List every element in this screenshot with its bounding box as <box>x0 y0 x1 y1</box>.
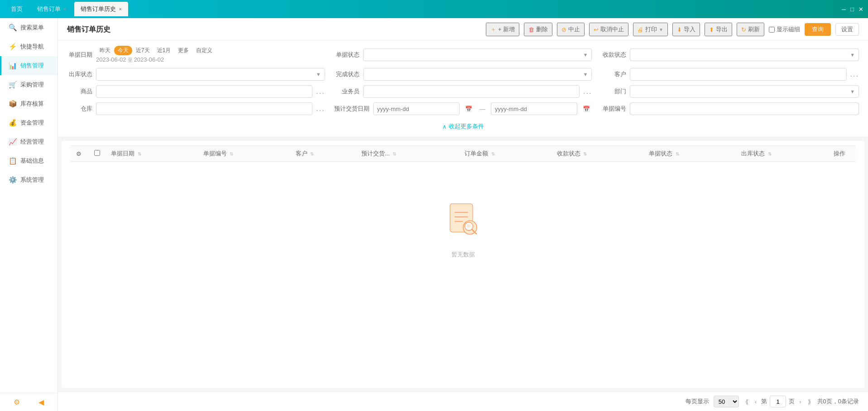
complete-status-select[interactable]: ▼ <box>363 68 592 81</box>
expected-date-end-input[interactable] <box>491 102 577 115</box>
sidebar-item-system[interactable]: ⚙️系统管理 <box>0 170 58 189</box>
delivery-status-select[interactable]: ▼ <box>96 68 325 81</box>
date-option-today[interactable]: 今天 <box>114 46 132 55</box>
tab-首页[interactable]: 首页 <box>5 2 29 16</box>
page-info: 共0页，0条记录 <box>817 397 859 406</box>
settings-icon[interactable]: ⚙ <box>76 150 82 157</box>
prev-page-btn[interactable]: ‹ <box>753 397 758 406</box>
bill-status-select[interactable]: ▼ <box>363 48 592 61</box>
product-dots[interactable]: ... <box>316 87 325 96</box>
collapse-row[interactable]: ∧ 收起更多条件 <box>67 120 859 131</box>
payment-status-select[interactable]: ▼ <box>630 48 859 61</box>
customer-input[interactable] <box>630 68 846 81</box>
sort-expected-date-icon[interactable]: ⇅ <box>393 151 396 156</box>
sort-payment-status-icon[interactable]: ⇅ <box>583 151 587 156</box>
sidebar-icon-search-menu: 🔍 <box>9 24 17 32</box>
salesman-input[interactable] <box>363 85 580 98</box>
sort-delivery-status-icon[interactable]: ⇅ <box>768 151 772 156</box>
main-layout: 🔍搜索菜单⚡快捷导航📊销售管理🛒采购管理📦库存核算💰资金管理📈经营管理📋基础信息… <box>0 18 868 411</box>
tab-销售订单[interactable]: 销售订单× <box>31 2 72 16</box>
tab-close-销售订单[interactable]: × <box>63 6 66 12</box>
th-delivery-status: 出库状态 ⇅ <box>736 146 828 162</box>
first-page-btn[interactable]: ⟪ <box>743 397 750 406</box>
display-cols-toggle[interactable]: 显示磁细 <box>769 25 800 34</box>
delivery-status-filter-item: 出库状态 ▼ <box>67 68 325 81</box>
page-size-select[interactable]: 50 10 20 100 <box>714 396 739 407</box>
sidebar-icon-inventory: 📦 <box>9 100 17 108</box>
date-range-display: 2023-06-02 至 2023-06-02 <box>96 56 325 63</box>
tab-销售订单历史[interactable]: 销售订单历史× <box>74 2 128 16</box>
svg-point-7 <box>466 224 470 228</box>
bill-number-input[interactable] <box>630 102 859 115</box>
display-cols-checkbox[interactable] <box>769 27 775 33</box>
export-button[interactable]: ⬆ 导出 <box>705 23 732 36</box>
filter-row-2: 出库状态 ▼ 完成状态 ▼ 客户 ... <box>67 68 859 81</box>
filter-area: 单据日期 昨天 今天 近7天 近1月 更多 自定义 2023-06-02 至 <box>58 40 868 137</box>
th-bill-date: 单据日期 ⇅ <box>106 146 198 162</box>
import-button[interactable]: ⬇ 导入 <box>672 23 700 36</box>
delete-button[interactable]: 🗑 删除 <box>524 23 552 36</box>
date-calendar-end-icon[interactable]: 📅 <box>581 106 592 112</box>
stop-button[interactable]: ⊘ 中止 <box>557 23 585 36</box>
bill-status-filter-item: 单据状态 ▼ <box>334 48 592 61</box>
sort-customer-icon[interactable]: ⇅ <box>310 151 314 156</box>
new-button[interactable]: ＋ + 新增 <box>486 23 519 36</box>
empty-text: 暂无数据 <box>451 251 475 259</box>
sort-bill-date-icon[interactable]: ⇅ <box>138 151 141 156</box>
date-option-custom[interactable]: 自定义 <box>192 46 216 55</box>
bill-status-arrow: ▼ <box>583 52 588 58</box>
last-page-btn[interactable]: ⟫ <box>806 397 813 406</box>
th-payment-status: 收款状态 ⇅ <box>551 146 644 162</box>
close-btn[interactable]: ✕ <box>858 6 863 13</box>
tab-close-销售订单历史[interactable]: × <box>119 6 121 12</box>
query-button[interactable]: 查询 <box>805 23 831 36</box>
product-label: 商品 <box>67 87 92 96</box>
sort-bill-status-icon[interactable]: ⇅ <box>676 151 679 156</box>
next-page-btn[interactable]: › <box>797 397 803 406</box>
filter-settings-button[interactable]: 设置 <box>835 23 859 36</box>
print-button[interactable]: 🖨 打印 ▼ <box>633 23 668 36</box>
sort-order-amount-icon[interactable]: ⇅ <box>491 151 495 156</box>
salesman-dots[interactable]: ... <box>583 87 592 96</box>
sidebar-item-purchase-mgmt[interactable]: 🛒采购管理 <box>0 75 58 94</box>
warehouse-input[interactable] <box>96 102 312 115</box>
customer-dots[interactable]: ... <box>850 70 859 78</box>
cancel-stop-button[interactable]: ↩ 取消中止 <box>589 23 628 36</box>
sidebar-item-quick-nav[interactable]: ⚡快捷导航 <box>0 37 58 56</box>
date-calendar-start-icon[interactable]: 📅 <box>463 106 474 112</box>
sidebar-item-operations[interactable]: 📈经营管理 <box>0 132 58 151</box>
sidebar-item-basic-info[interactable]: 📋基础信息 <box>0 151 58 170</box>
sidebar-item-sales-mgmt[interactable]: 📊销售管理 <box>0 56 58 75</box>
sidebar-item-finance[interactable]: 💰资金管理 <box>0 113 58 132</box>
page-label-end: 页 <box>789 397 795 406</box>
refresh-icon: ↻ <box>741 26 746 33</box>
sidebar-label-purchase-mgmt: 采购管理 <box>20 81 44 89</box>
sidebar-item-search-menu[interactable]: 🔍搜索菜单 <box>0 18 58 37</box>
date-option-7days[interactable]: 近7天 <box>132 46 153 55</box>
date-option-1month[interactable]: 近1月 <box>153 46 175 55</box>
sidebar-collapse-icon[interactable]: ◀ <box>38 398 44 406</box>
department-select[interactable]: ▼ <box>630 85 859 98</box>
warehouse-dots[interactable]: ... <box>316 105 325 113</box>
sidebar-item-inventory[interactable]: 📦库存核算 <box>0 94 58 113</box>
sort-bill-number-icon[interactable]: ⇅ <box>230 151 233 156</box>
page-number-input[interactable] <box>770 396 786 407</box>
payment-status-filter-item: 收款状态 ▼ <box>601 48 859 61</box>
product-input[interactable] <box>96 85 312 98</box>
date-option-more[interactable]: 更多 <box>174 46 192 55</box>
sidebar-icon-sales-mgmt: 📊 <box>9 62 17 70</box>
date-filter-controls: 昨天 今天 近7天 近1月 更多 自定义 2023-06-02 至 2023-0… <box>96 46 325 63</box>
collapse-label: 收起更多条件 <box>449 122 484 131</box>
page-label: 第 <box>761 397 767 406</box>
expected-date-start-input[interactable] <box>373 102 460 115</box>
sidebar-icon-system: ⚙️ <box>9 176 17 184</box>
warehouse-label: 仓库 <box>67 105 92 113</box>
maximize-btn[interactable]: □ <box>850 6 854 13</box>
sidebar-settings-icon[interactable]: ⚙ <box>14 398 20 406</box>
minimize-btn[interactable]: ─ <box>842 6 846 13</box>
toolbar: ＋ + 新增 🗑 删除 ⊘ 中止 ↩ 取消中止 🖨 打印 <box>486 23 859 36</box>
window-controls: ─ □ ✕ <box>842 6 863 13</box>
select-all-checkbox[interactable] <box>94 150 100 156</box>
date-option-yesterday[interactable]: 昨天 <box>96 46 114 55</box>
refresh-button[interactable]: ↻ 刷新 <box>737 23 764 36</box>
